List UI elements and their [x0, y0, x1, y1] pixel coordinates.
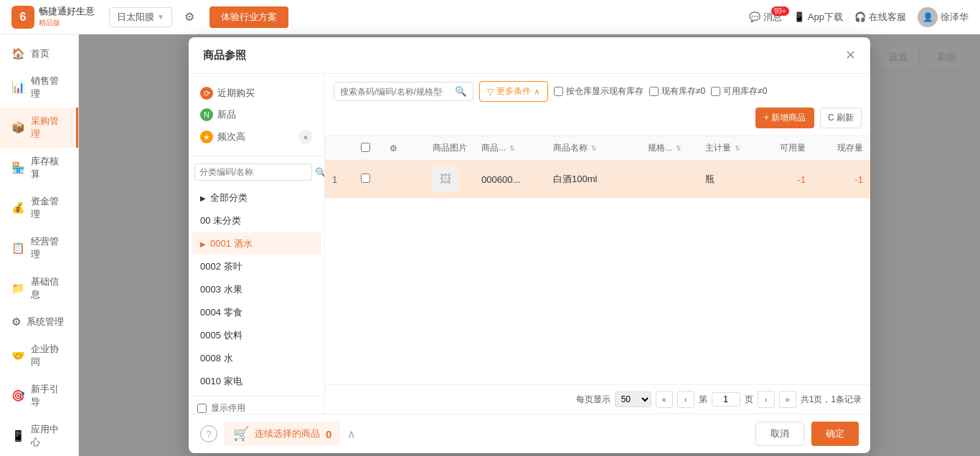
product-table-body: 1 🖼 000600... — [325, 161, 870, 199]
sidebar: 🏠 首页 📊 销售管理 📦 采购管理 🏪 库存核算 💰 资金管理 📋 经营管理 … — [0, 34, 79, 456]
apps-icon: 📱 — [11, 429, 25, 442]
message-button[interactable]: 💬 消息 99+ — [749, 11, 782, 24]
col-label-spec: 规格... — [648, 143, 672, 153]
per-page-select[interactable]: 50 20 100 — [615, 391, 651, 407]
modal-header: 商品参照 ✕ — [189, 37, 870, 74]
prev-page-button[interactable]: ‹ — [677, 391, 694, 408]
sidebar-item-system[interactable]: ⚙ 系统管理 — [0, 308, 78, 336]
col-header-code[interactable]: 商品... ⇅ — [474, 136, 546, 161]
first-page-button[interactable]: « — [656, 391, 673, 408]
col-header-unit[interactable]: 主计量 ⇅ — [698, 136, 755, 161]
trial-button[interactable]: 体验行业方案 — [209, 6, 288, 28]
per-page-label: 每页显示 — [576, 394, 611, 406]
confirm-button[interactable]: 确定 — [811, 422, 859, 446]
existing-stock-checkbox[interactable] — [649, 87, 659, 96]
gear-column-icon[interactable]: ⚙ — [390, 143, 397, 153]
category-all[interactable]: ▶ 全部分类 — [192, 186, 321, 209]
col-header-name[interactable]: 商品名称 ⇅ — [546, 136, 641, 161]
left-panel: ⟳ 近期购买 N 新品 ★ 频次高 « — [189, 74, 325, 414]
collapse-icon[interactable]: « — [298, 130, 313, 144]
last-page-button[interactable]: » — [779, 391, 796, 408]
warehouse-filter-checkbox[interactable] — [554, 87, 563, 96]
product-thumbnail: 🖼 — [433, 166, 458, 192]
col-label-code: 商品... — [481, 143, 506, 153]
existing-stock-filter-label[interactable]: 现有库存≠0 — [649, 85, 705, 98]
filter-collapse-icon: ∧ — [534, 87, 540, 97]
available-stock-text: 可用库存≠0 — [723, 85, 767, 98]
sidebar-label-purchase: 采购管理 — [31, 115, 65, 141]
category-appliance[interactable]: 0010 家电 — [192, 370, 321, 393]
sidebar-item-apps[interactable]: 📱 应用中心 — [0, 416, 78, 456]
product-search-button[interactable]: 🔍 — [449, 82, 473, 100]
app-download-button[interactable]: 📱 App下载 — [793, 11, 843, 24]
sidebar-label-guide: 新手引导 — [31, 383, 67, 409]
sidebar-item-finance[interactable]: 💰 资金管理 — [0, 188, 78, 228]
basic-info-icon: 📁 — [11, 282, 25, 295]
add-product-button[interactable]: + 新增商品 — [755, 108, 814, 128]
category-beverage[interactable]: 0005 饮料 — [192, 324, 321, 347]
pagination-bar: 每页显示 50 20 100 « ‹ 第 页 › — [325, 384, 870, 414]
sidebar-item-enterprise[interactable]: 🤝 企业协同 — [0, 336, 78, 376]
category-fruit[interactable]: 0003 水果 — [192, 278, 321, 301]
sidebar-label-inventory: 库存核算 — [31, 155, 67, 181]
show-disabled-checkbox[interactable] — [197, 404, 207, 413]
sidebar-item-inventory[interactable]: 🏪 库存核算 — [0, 148, 78, 188]
category-label-0008: 0008 水 — [200, 352, 233, 365]
quick-filters: ⟳ 近期购买 N 新品 ★ 频次高 « — [189, 80, 324, 151]
avatar: 👤 — [918, 7, 938, 27]
online-service-button[interactable]: 🎧 在线客服 — [854, 11, 906, 24]
warehouse-filter-label[interactable]: 按仓库显示现有库存 — [554, 85, 644, 98]
product-reference-modal: 商品参照 ✕ ⟳ 近期购买 N 新品 — [189, 37, 870, 453]
filter-label: 更多条件 — [496, 85, 531, 98]
quick-filter-recent[interactable]: ⟳ 近期购买 — [194, 82, 319, 104]
col-header-stock[interactable]: 现存量 — [813, 136, 870, 161]
total-info: 共1页，1条记录 — [801, 394, 862, 406]
select-all-checkbox[interactable] — [361, 143, 370, 152]
sidebar-item-guide[interactable]: 🎯 新手引导 — [0, 376, 78, 416]
quick-filter-new[interactable]: N 新品 — [194, 104, 319, 125]
category-search-icon[interactable]: 🔍 — [315, 167, 325, 178]
cart-area[interactable]: 🛒 连续选择的商品 0 — [225, 422, 340, 446]
refresh-product-button[interactable]: C 刷新 — [820, 108, 862, 128]
sidebar-item-home[interactable]: 🏠 首页 — [0, 40, 78, 67]
category-arrow-all: ▶ — [200, 194, 206, 202]
modal-close-button[interactable]: ✕ — [845, 47, 856, 63]
sidebar-item-purchase[interactable]: 📦 采购管理 — [0, 108, 78, 148]
modal-title: 商品参照 — [203, 49, 246, 62]
cancel-button[interactable]: 取消 — [755, 422, 804, 446]
collapse-cart-icon[interactable]: ∧ — [347, 427, 356, 441]
category-water[interactable]: 0008 水 — [192, 347, 321, 370]
sidebar-item-sales[interactable]: 📊 销售管理 — [0, 67, 78, 108]
col-header-spec[interactable]: 规格... ⇅ — [641, 136, 698, 161]
show-disabled-area: 显示停用 — [189, 396, 324, 414]
col-header-available[interactable]: 可用量 — [755, 136, 813, 161]
row-checkbox[interactable] — [361, 174, 370, 183]
user-menu[interactable]: 👤 徐泽华 — [918, 7, 969, 27]
category-snack[interactable]: 0004 零食 — [192, 301, 321, 324]
next-page-button[interactable]: › — [758, 391, 775, 408]
sidebar-item-operations[interactable]: 📋 经营管理 — [0, 228, 78, 268]
col-header-img2: 商品图片 — [425, 136, 474, 161]
inventory-icon: 🏪 — [11, 161, 25, 174]
row-check[interactable] — [354, 161, 382, 199]
category-tea[interactable]: 0002 茶叶 — [192, 255, 321, 278]
home-icon: 🏠 — [11, 47, 25, 60]
help-button[interactable]: ? — [200, 425, 217, 442]
store-selector[interactable]: 日太阳膜 ▼ — [109, 7, 172, 27]
page-number-input[interactable] — [712, 392, 740, 407]
quick-filter-frequent[interactable]: ★ 频次高 « — [194, 125, 319, 148]
category-uncategorized[interactable]: 00 未分类 — [192, 209, 321, 232]
sidebar-item-basic-info[interactable]: 📁 基础信息 — [0, 268, 78, 308]
row-spec — [641, 161, 698, 199]
category-search-input[interactable] — [194, 163, 312, 181]
user-icon: 👤 — [923, 12, 933, 22]
available-stock-checkbox[interactable] — [711, 87, 720, 96]
product-search-input[interactable] — [334, 83, 449, 100]
row-img: 🖼 — [425, 161, 474, 199]
settings-icon[interactable]: ⚙ — [178, 6, 201, 29]
category-liquor[interactable]: ▶ 0001 酒水 — [192, 232, 321, 255]
available-stock-filter-label[interactable]: 可用库存≠0 — [711, 85, 767, 98]
more-filter-button[interactable]: ▽ 更多条件 ∧ — [479, 81, 548, 102]
store-name: 日太阳膜 — [117, 11, 154, 24]
table-row[interactable]: 1 🖼 000600... — [325, 161, 870, 199]
